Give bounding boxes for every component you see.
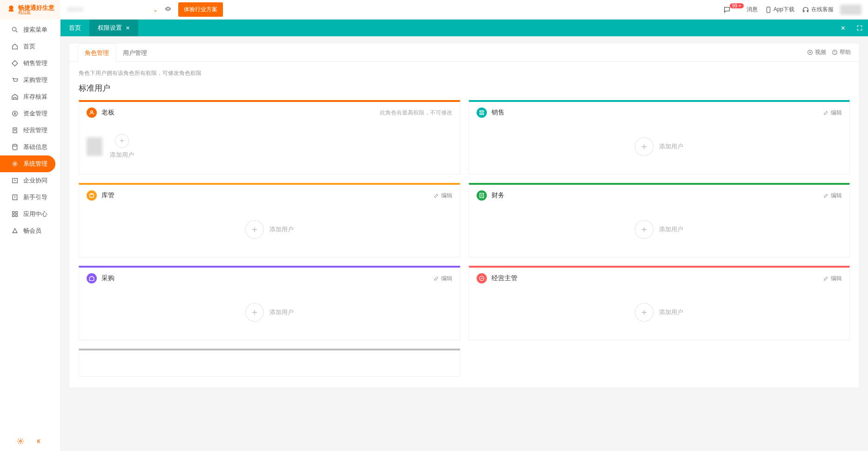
- vip-icon: [11, 227, 19, 235]
- edit-icon: [823, 193, 829, 198]
- sidebar-collapse-icon[interactable]: [36, 438, 43, 446]
- close-icon[interactable]: ✕: [126, 25, 130, 31]
- sidebar-item-label: 基础信息: [23, 143, 47, 151]
- user-thumb[interactable]: [87, 137, 102, 156]
- edit-role-button[interactable]: 编辑: [434, 275, 452, 283]
- fullscreen-icon[interactable]: [851, 20, 868, 36]
- add-user-button[interactable]: ＋添加用户: [110, 134, 134, 159]
- svg-rect-10: [13, 215, 14, 216]
- add-user-button[interactable]: ＋添加用户: [635, 303, 683, 322]
- svg-rect-8: [13, 212, 14, 214]
- warehouse-icon: [11, 93, 19, 101]
- messages-button[interactable]: 99 + 消息: [723, 6, 758, 13]
- support-button[interactable]: 在线客服: [802, 6, 834, 13]
- add-user-button[interactable]: ＋添加用户: [245, 303, 294, 322]
- edit-role-button[interactable]: 编辑: [823, 275, 842, 283]
- sidebar-item-label: 销售管理: [23, 59, 47, 67]
- sidebar-item-doc[interactable]: 经营管理: [0, 122, 60, 139]
- svg-rect-16: [480, 193, 484, 197]
- edit-role-button[interactable]: 编辑: [434, 192, 452, 200]
- add-user-button[interactable]: ＋添加用户: [245, 220, 294, 239]
- org-icon: [11, 177, 19, 184]
- svg-rect-0: [767, 7, 770, 13]
- sidebar-settings-icon[interactable]: [17, 438, 24, 446]
- role-name: 销售: [491, 108, 505, 117]
- role-card: 财务编辑＋添加用户: [469, 183, 850, 257]
- video-link[interactable]: 视频: [807, 48, 826, 56]
- sidebar-item-guide[interactable]: 新手引导: [0, 189, 60, 206]
- guide-icon: [11, 194, 19, 201]
- svg-rect-9: [15, 212, 17, 214]
- role-card: [79, 349, 460, 377]
- brand-icon: [6, 5, 16, 15]
- edit-role-button[interactable]: 编辑: [823, 192, 842, 200]
- db-icon: [11, 143, 19, 151]
- add-user-label: 添加用户: [269, 308, 294, 316]
- sidebar-item-label: 首页: [23, 42, 35, 51]
- role-name: 老板: [101, 108, 114, 117]
- user-avatar[interactable]: [840, 5, 861, 15]
- sidebar-item-coin[interactable]: 资金管理: [0, 105, 60, 122]
- apps-icon: [11, 210, 19, 218]
- sidebar-item-label: 企业协同: [23, 176, 47, 185]
- role-note: 此角色有最高权限，不可修改: [380, 109, 452, 117]
- svg-point-5: [14, 163, 16, 165]
- doc-icon: [11, 127, 19, 134]
- home-icon: [11, 43, 19, 50]
- tab-home[interactable]: 首页: [61, 20, 89, 36]
- section-title: 标准用户: [79, 83, 850, 94]
- panel-tab-user[interactable]: 用户管理: [116, 43, 154, 62]
- role-icon: [477, 273, 487, 283]
- tab-bar: 首页 权限设置 ✕ ✕: [61, 20, 868, 36]
- experience-button[interactable]: 体验行业方案: [178, 2, 223, 17]
- add-user-label: 添加用户: [110, 151, 134, 159]
- role-name: 采购: [101, 274, 114, 283]
- brand-title: 畅捷通好生意: [18, 5, 54, 11]
- tab-permission-settings[interactable]: 权限设置 ✕: [89, 20, 138, 36]
- help-icon: ?: [832, 49, 838, 55]
- brand-logo[interactable]: 畅捷通好生意 精品版: [0, 0, 61, 20]
- sidebar-item-search[interactable]: 搜索菜单: [0, 21, 60, 38]
- sidebar-item-vip[interactable]: 畅会员: [0, 222, 60, 239]
- plus-icon: ＋: [115, 134, 129, 148]
- sidebar-item-tag[interactable]: 销售管理: [0, 55, 60, 72]
- message-icon: [723, 6, 731, 13]
- brand-subtitle: 精品版: [18, 11, 54, 15]
- sidebar-item-apps[interactable]: 应用中心: [0, 206, 60, 222]
- gear-icon: [11, 160, 19, 168]
- chevron-down-icon[interactable]: ⌄: [153, 7, 158, 13]
- hint-text: 角色下用户拥有该角色所有权限，可修改角色权限: [79, 69, 850, 77]
- app-download-button[interactable]: App下载: [765, 6, 794, 13]
- sidebar-item-db[interactable]: 基础信息: [0, 139, 60, 155]
- sidebar-item-cart[interactable]: 采购管理: [0, 72, 60, 88]
- permission-panel: 角色管理 用户管理 视频 ? 帮助: [69, 43, 860, 388]
- sidebar-item-gear[interactable]: 系统管理: [0, 155, 55, 172]
- settings-icon[interactable]: [164, 5, 172, 14]
- panel-tab-role[interactable]: 角色管理: [78, 43, 116, 62]
- edit-icon: [823, 110, 829, 115]
- svg-point-4: [13, 144, 17, 146]
- play-icon: [807, 49, 813, 55]
- plus-icon: ＋: [245, 303, 264, 322]
- add-user-label: 添加用户: [659, 142, 683, 151]
- role-icon: [87, 190, 97, 201]
- messages-badge: 99 +: [730, 3, 744, 8]
- company-selector-label[interactable]: XXXX: [67, 6, 83, 13]
- svg-text:?: ?: [834, 51, 836, 54]
- edit-role-button[interactable]: 编辑: [823, 109, 842, 117]
- phone-icon: [765, 6, 772, 13]
- plus-icon: ＋: [635, 220, 653, 239]
- svg-point-1: [13, 27, 16, 31]
- add-user-button[interactable]: ＋添加用户: [635, 220, 683, 239]
- cart-icon: [11, 76, 19, 84]
- sidebar-item-home[interactable]: 首页: [0, 38, 60, 55]
- add-user-label: 添加用户: [659, 225, 683, 234]
- role-name: 库管: [101, 191, 114, 200]
- sidebar-item-warehouse[interactable]: 库存核算: [0, 88, 60, 105]
- sidebar-item-org[interactable]: 企业协同: [0, 172, 60, 189]
- tag-icon: [11, 60, 19, 67]
- help-link[interactable]: ? 帮助: [832, 48, 851, 56]
- topbar: 畅捷通好生意 精品版 XXXX ⌄ 体验行业方案 99 + 消息 App下载 在…: [0, 0, 868, 20]
- add-user-button[interactable]: ＋添加用户: [635, 137, 683, 156]
- tab-close-all-icon[interactable]: ✕: [834, 20, 851, 36]
